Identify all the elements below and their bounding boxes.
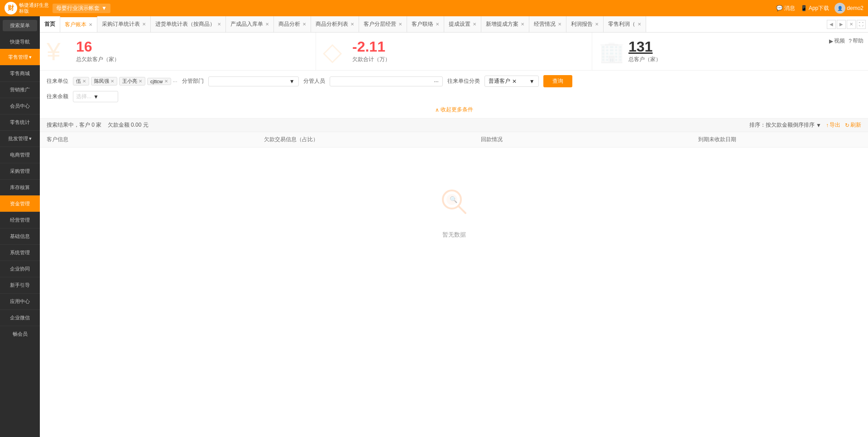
close-tab-add-raise[interactable]: ✕ bbox=[521, 22, 524, 27]
tag-wang-close[interactable]: ✕ bbox=[139, 79, 142, 84]
stat-total-customers: ¥ 16 总欠款客户（家） bbox=[40, 33, 316, 70]
tab-customer-segment[interactable]: 客户分层经营 ✕ bbox=[359, 16, 407, 33]
results-bar: 搜索结果中，客户 0 家 欠款金额 0.00 元 排序：按欠款金额倒序排序 ▼ bbox=[40, 119, 868, 132]
tab-customer-book[interactable]: 客户账本 ✕ bbox=[60, 16, 97, 33]
sidebar-item-wholesale-mgmt[interactable]: 批发管理 ▾ bbox=[0, 130, 40, 147]
col-header-repayment: 回款情况 bbox=[481, 136, 698, 143]
top-bar-right: 💬 消息 📱 App下载 👤 demo2 bbox=[776, 3, 863, 14]
sidebar-item-purchase[interactable]: 采购管理 bbox=[0, 163, 40, 179]
sidebar-item-new-user[interactable]: 新手引导 bbox=[0, 277, 40, 293]
sort-arrow-icon: ▼ bbox=[816, 122, 821, 128]
stats-area: ¥ 16 总欠款客户（家） ◇ -2.11 欠款合计（万） bbox=[40, 33, 868, 71]
empty-state: 🔍 暂无数据 bbox=[40, 147, 868, 275]
person-dropdown[interactable]: ··· bbox=[330, 76, 443, 86]
message-button[interactable]: 💬 消息 bbox=[776, 5, 795, 12]
sidebar-item-vip-member[interactable]: 畅会员 bbox=[0, 326, 40, 342]
query-button[interactable]: 查询 bbox=[543, 75, 572, 87]
sidebar-item-system[interactable]: 系统管理 bbox=[0, 244, 40, 261]
close-tab-purchase-order[interactable]: ✕ bbox=[142, 22, 146, 27]
video-help-button[interactable]: ▶ 视频 bbox=[829, 37, 845, 45]
balance-select[interactable]: 选择... ▼ bbox=[73, 91, 118, 102]
tab-retail-profit[interactable]: 零售利润（ ✕ bbox=[604, 16, 646, 33]
download-icon: 📱 bbox=[801, 5, 807, 11]
chevron-icon: ▾ bbox=[29, 136, 32, 142]
unit-category-arrow: ▼ bbox=[529, 78, 535, 85]
results-actions: 排序：按欠款金额倒序排序 ▼ ↑ 导出 ↻ 刷新 bbox=[749, 121, 861, 129]
sidebar-item-retail-mgmt[interactable]: 零售管理 ▾ bbox=[0, 49, 40, 65]
sidebar-item-enterprise-collab[interactable]: 企业协同 bbox=[0, 261, 40, 277]
quick-nav-button[interactable]: 快捷导航 bbox=[0, 35, 40, 49]
tab-close-all[interactable]: ✕ bbox=[847, 20, 856, 29]
tag-wang: 王小亮 ✕ bbox=[119, 77, 145, 86]
close-tab-customer-contact[interactable]: ✕ bbox=[436, 22, 439, 27]
close-tab-product-analysis[interactable]: ✕ bbox=[302, 22, 306, 27]
close-tab-purchase-stats[interactable]: ✕ bbox=[217, 22, 221, 27]
stat-total-customers-num: 16 bbox=[76, 39, 120, 54]
tag-cjttcw-close[interactable]: ✕ bbox=[164, 79, 168, 84]
tab-raise-setting[interactable]: 提成设置 ✕ bbox=[444, 16, 481, 33]
chevron-down-icon: ▼ bbox=[101, 5, 107, 11]
content-area: 首页 客户账本 ✕ 采购订单统计表 ✕ 进货单统计表（按商品） ✕ 产成品入库单… bbox=[40, 16, 868, 437]
unit-category-close[interactable]: ✕ bbox=[512, 78, 517, 85]
export-button[interactable]: ↑ 导出 bbox=[826, 121, 840, 129]
tab-add-raise[interactable]: 新增提成方案 ✕ bbox=[481, 16, 529, 33]
tab-operation-status[interactable]: 经营情况 ✕ bbox=[529, 16, 566, 33]
tag-wu-close[interactable]: ✕ bbox=[82, 79, 86, 84]
person-dropdown-dots: ··· bbox=[434, 78, 439, 85]
top-bar: 财 畅捷通好生意 标版 母婴行业演示帐套 ▼ 💬 消息 📱 App下载 👤 bbox=[0, 0, 868, 16]
tab-scroll-right[interactable]: ▶ bbox=[837, 20, 846, 29]
sidebar-item-marketing[interactable]: 营销推广 bbox=[0, 81, 40, 98]
refresh-button[interactable]: ↻ 刷新 bbox=[845, 121, 861, 129]
close-tab-raise-setting[interactable]: ✕ bbox=[473, 22, 476, 27]
tab-product-inbound[interactable]: 产成品入库单 ✕ bbox=[226, 16, 274, 33]
sidebar-item-operation[interactable]: 经营管理 bbox=[0, 212, 40, 228]
search-menu-button[interactable]: 搜索菜单 bbox=[3, 20, 37, 31]
sidebar-item-ecommerce[interactable]: 电商管理 bbox=[0, 147, 40, 163]
sidebar-item-retail-stats[interactable]: 零售统计 bbox=[0, 114, 40, 130]
sidebar: 搜索菜单 快捷导航 零售管理 ▾ 零售商城 营销推广 会员中心 零售统计 批发管… bbox=[0, 16, 40, 437]
sidebar-item-fund-mgmt[interactable]: 资金管理 bbox=[0, 195, 40, 212]
close-tab-product-analysis-list[interactable]: ✕ bbox=[350, 22, 354, 27]
close-tab-retail-profit[interactable]: ✕ bbox=[638, 22, 641, 27]
unit-category-dropdown[interactable]: 普通客户 ✕ ▼ bbox=[484, 76, 539, 87]
filter-row-2: 往来余额 选择... ▼ bbox=[47, 91, 861, 102]
stat-total-customers-label: 总欠款客户（家） bbox=[76, 56, 120, 63]
tab-home[interactable]: 首页 bbox=[40, 16, 60, 33]
sidebar-item-enterprise-wechat[interactable]: 企业微信 bbox=[0, 309, 40, 326]
tab-purchase-stats[interactable]: 进货单统计表（按商品） ✕ bbox=[151, 16, 226, 33]
close-tab-profit-report[interactable]: ✕ bbox=[595, 22, 599, 27]
logo-area: 财 畅捷通好生意 标版 bbox=[5, 2, 49, 14]
close-tab-customer-segment[interactable]: ✕ bbox=[398, 22, 402, 27]
sidebar-item-member-center[interactable]: 会员中心 bbox=[0, 98, 40, 114]
sidebar-item-basic-info[interactable]: 基础信息 bbox=[0, 228, 40, 244]
sort-button[interactable]: 排序：按欠款金额倒序排序 ▼ bbox=[749, 121, 821, 129]
close-tab-product-inbound[interactable]: ✕ bbox=[265, 22, 269, 27]
dept-dropdown[interactable]: ▼ bbox=[208, 76, 299, 86]
tab-product-analysis-list[interactable]: 商品分析列表 ✕ bbox=[311, 16, 359, 33]
svg-line-1 bbox=[459, 206, 465, 213]
chevron-icon: ▾ bbox=[29, 54, 32, 60]
org-selector[interactable]: 母婴行业演示帐套 ▼ bbox=[53, 4, 110, 13]
app-download-button[interactable]: 📱 App下载 bbox=[801, 5, 829, 12]
tab-scroll-left[interactable]: ◀ bbox=[827, 20, 836, 29]
top-bar-left: 财 畅捷通好生意 标版 母婴行业演示帐套 ▼ bbox=[5, 2, 110, 14]
unit-category-label: 往来单位分类 bbox=[447, 77, 480, 85]
tab-purchase-order[interactable]: 采购订单统计表 ✕ bbox=[97, 16, 151, 33]
user-menu[interactable]: 👤 demo2 bbox=[834, 3, 863, 14]
person-filter-label: 分管人员 bbox=[303, 77, 325, 85]
tag-more-btn[interactable]: ··· bbox=[173, 78, 177, 85]
tag-chen-close[interactable]: ✕ bbox=[110, 79, 114, 84]
sidebar-item-app-center[interactable]: 应用中心 bbox=[0, 293, 40, 309]
tab-maximize[interactable]: ⛶ bbox=[857, 20, 866, 29]
sidebar-item-inventory[interactable]: 库存核算 bbox=[0, 179, 40, 195]
close-tab-customer-book[interactable]: ✕ bbox=[89, 22, 92, 27]
help-button[interactable]: ? 帮助 bbox=[849, 37, 863, 45]
empty-state-icon: 🔍 bbox=[436, 184, 472, 226]
tab-product-analysis[interactable]: 商品分析 ✕ bbox=[274, 16, 311, 33]
collapse-button[interactable]: ∧ 收起更多条件 bbox=[435, 106, 473, 114]
tab-profit-report[interactable]: 利润报告 ✕ bbox=[566, 16, 604, 33]
stat-debt-total-label: 欠款合计（万） bbox=[352, 56, 390, 63]
sidebar-item-retail-mall[interactable]: 零售商城 bbox=[0, 65, 40, 81]
close-tab-operation-status[interactable]: ✕ bbox=[558, 22, 561, 27]
tab-customer-contact[interactable]: 客户联络 ✕ bbox=[407, 16, 444, 33]
